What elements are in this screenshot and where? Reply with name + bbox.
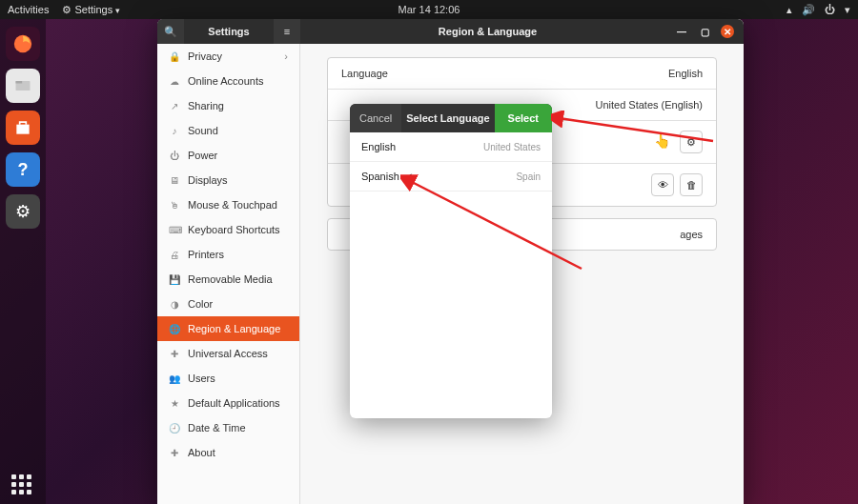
dock-software[interactable] [6, 111, 40, 145]
view-layout-button[interactable]: 👁 [651, 173, 674, 196]
sidebar-icon: ☁ [169, 76, 180, 87]
sidebar-icon: 👥 [169, 373, 180, 384]
sidebar-item-online-accounts[interactable]: ☁Online Accounts [157, 69, 299, 93]
sidebar-label: Mouse & Touchpad [188, 199, 277, 211]
language-option-english[interactable]: EnglishUnited States [350, 132, 552, 162]
eye-icon: 👁 [658, 179, 668, 191]
select-language-dialog: Cancel Select Language Select EnglishUni… [350, 104, 552, 418]
sidebar-item-users[interactable]: 👥Users [157, 366, 299, 391]
sidebar-label: Keyboard Shortcuts [188, 224, 280, 235]
input-settings-button[interactable]: ⚙ [680, 131, 703, 153]
topbar-app-menu[interactable]: ⚙ Settings [62, 4, 119, 16]
cancel-button[interactable]: Cancel [350, 104, 401, 132]
svg-rect-3 [16, 125, 29, 134]
sidebar-icon: 💾 [169, 274, 180, 285]
hamburger-menu[interactable]: ≡ [274, 19, 300, 44]
dock-help[interactable]: ? [6, 152, 40, 187]
sidebar-label: Date & Time [188, 422, 246, 433]
sidebar-icon: ◑ [169, 299, 180, 310]
sidebar-item-keyboard-shortcuts[interactable]: ⌨Keyboard Shortcuts [157, 217, 299, 242]
sidebar-icon: ✚ [169, 349, 180, 359]
svg-rect-2 [16, 81, 23, 84]
topbar-clock[interactable]: Mar 14 12:06 [398, 4, 460, 15]
sidebar-label: Sound [188, 125, 218, 136]
sidebar-title: Settings [184, 26, 274, 37]
dock-show-applications[interactable] [11, 474, 31, 494]
select-button[interactable]: Select [495, 104, 552, 132]
sidebar-item-printers[interactable]: 🖨Printers [157, 242, 299, 267]
sidebar-item-sound[interactable]: ♪Sound [157, 118, 299, 143]
dock-settings[interactable]: ⚙ [6, 194, 40, 229]
sidebar-label: Default Applications [188, 397, 280, 409]
language-list: EnglishUnited StatesSpanish✔Spain [350, 132, 552, 418]
language-label: Language [341, 68, 388, 79]
dialog-title: Select Language [401, 112, 494, 124]
minimize-button[interactable]: — [675, 25, 688, 38]
power-icon: ⏻ [825, 4, 835, 15]
topbar-system-menu[interactable]: ▴ 🔊 ⏻ ▾ [786, 4, 850, 16]
network-icon: ▴ [786, 4, 792, 16]
menu-icon: ≡ [284, 26, 290, 37]
sidebar-item-about[interactable]: ✚About [157, 440, 299, 465]
sidebar-label: Region & Language [188, 323, 280, 334]
sidebar-icon: ♪ [169, 126, 180, 136]
sidebar-item-color[interactable]: ◑Color [157, 292, 299, 316]
sidebar-item-sharing[interactable]: ↗Sharing [157, 93, 299, 118]
sidebar-icon: ⌨ [169, 225, 180, 235]
dialog-headerbar: Cancel Select Language Select [350, 104, 552, 132]
search-button[interactable]: 🔍 [157, 19, 184, 44]
close-button[interactable]: ✕ [721, 25, 734, 38]
maximize-button[interactable]: ▢ [698, 25, 711, 38]
content-title: Region & Language [300, 26, 675, 37]
sidebar-item-displays[interactable]: 🖥Displays [157, 168, 299, 192]
search-icon: 🔍 [164, 26, 177, 38]
delete-layout-button[interactable]: 🗑 [680, 173, 703, 196]
volume-icon: 🔊 [802, 4, 815, 16]
check-icon: ✔ [405, 171, 413, 182]
sidebar-item-privacy[interactable]: 🔒Privacy [157, 44, 299, 69]
dock-firefox[interactable] [6, 27, 40, 61]
sidebar-icon: ↗ [169, 101, 180, 111]
sidebar-label: Online Accounts [188, 75, 264, 87]
sidebar-label: Printers [188, 249, 224, 260]
sidebar-item-removable-media[interactable]: 💾Removable Media [157, 267, 299, 292]
sidebar-item-region-language[interactable]: 🌐Region & Language [157, 316, 299, 341]
formats-value: United States (English) [596, 99, 704, 111]
sidebar-label: About [188, 447, 215, 458]
language-option-spanish[interactable]: Spanish✔Spain [350, 162, 552, 192]
language-value: English [668, 68, 703, 79]
sidebar-label: Removable Media [188, 273, 273, 285]
sidebar-item-default-applications[interactable]: ★Default Applications [157, 391, 299, 415]
sidebar-label: Users [188, 373, 215, 384]
sidebar-icon: 🖨 [169, 250, 180, 260]
sidebar-icon: ⏻ [169, 151, 180, 161]
sidebar-item-universal-access[interactable]: ✚Universal Access [157, 341, 299, 366]
ubuntu-dock: ? ⚙ [0, 19, 46, 504]
dock-files[interactable] [6, 69, 40, 103]
sidebar-label: Privacy [188, 50, 222, 62]
settings-sidebar: 🔒Privacy☁Online Accounts↗Sharing♪Sound⏻P… [157, 44, 300, 504]
sidebar-icon: ★ [169, 398, 180, 409]
activities-button[interactable]: Activities [8, 4, 49, 15]
sidebar-item-date-time[interactable]: 🕘Date & Time [157, 415, 299, 440]
manage-languages-label: ages [680, 229, 703, 240]
sidebar-label: Displays [188, 174, 228, 186]
sidebar-label: Sharing [188, 100, 224, 111]
sidebar-icon: 🔒 [169, 51, 180, 62]
sidebar-icon: 🕘 [169, 423, 180, 433]
sidebar-item-mouse-touchpad[interactable]: 🖱Mouse & Touchpad [157, 192, 299, 217]
sidebar-icon: 🌐 [169, 324, 180, 334]
trash-icon: 🗑 [686, 179, 697, 191]
sidebar-label: Universal Access [188, 348, 268, 359]
sidebar-label: Power [188, 150, 217, 161]
gear-icon: ⚙ [686, 136, 696, 149]
sidebar-item-power[interactable]: ⏻Power [157, 143, 299, 168]
sidebar-icon: 🖱 [169, 200, 180, 211]
svg-point-0 [14, 35, 31, 52]
chevron-down-icon: ▾ [845, 4, 850, 16]
sidebar-icon: ✚ [169, 448, 180, 458]
gnome-top-panel: Activities ⚙ Settings Mar 14 12:06 ▴ 🔊 ⏻… [0, 0, 858, 19]
window-headerbar: 🔍 Settings ≡ Region & Language — ▢ ✕ [157, 19, 744, 44]
language-row[interactable]: Language English [328, 58, 716, 90]
sidebar-icon: 🖥 [169, 175, 180, 186]
